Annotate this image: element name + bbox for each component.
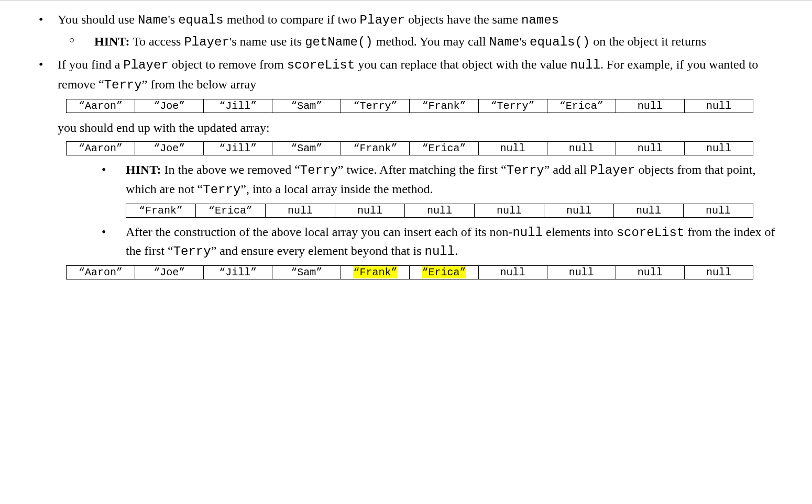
array-cell: null [684, 204, 753, 217]
bullet-item: You should use Name's equals method to c… [31, 10, 781, 52]
text: elements into [543, 225, 617, 239]
text: method to compare if two [224, 13, 360, 26]
code-text: scoreList [617, 226, 685, 240]
sub-list: HINT: To access Player's name use its ge… [58, 32, 781, 52]
code-text: Terry [104, 78, 142, 92]
text: ” add all [544, 163, 590, 176]
array-cell: null [478, 266, 547, 279]
code-text: Terry [173, 244, 211, 259]
code-text: Name [138, 13, 168, 27]
array-table-2: “Aaron”“Joe”“Jill”“Sam”“Frank”“Erica”nul… [66, 141, 753, 155]
code-text: null [570, 58, 600, 72]
array-cell: null [335, 204, 405, 217]
text: ” and ensure every element beyond that i… [211, 244, 425, 257]
array-table-1: “Aaron”“Joe”“Jill”“Sam”“Terry”“Frank”“Te… [66, 99, 753, 113]
array-cell: null [616, 142, 684, 155]
array-cell: null [614, 204, 684, 217]
array-cell: “Frank” [410, 99, 478, 113]
bullet-item: After the construction of the above loca… [31, 223, 781, 262]
text: After the construction of the above loca… [126, 225, 512, 239]
hint-label: HINT: [126, 163, 161, 176]
array-cell: “Jill” [204, 99, 272, 113]
array-cell: null [616, 266, 684, 279]
array-cell: null [547, 266, 616, 279]
code-text: Terry [203, 183, 240, 197]
text: ” twice. After matching the first “ [338, 163, 507, 176]
array-cell: null [266, 204, 335, 217]
text: 's name use its [229, 35, 305, 48]
array-cell: null [475, 204, 544, 217]
text: You should use [58, 13, 138, 26]
array-cell: “Joe” [135, 142, 204, 155]
text: In the above we removed “ [161, 163, 300, 176]
text: objects have the same [405, 13, 521, 26]
array-cell: null [547, 142, 616, 155]
text: ” from the below array [142, 77, 257, 91]
body-text: you should end up with the updated array… [58, 118, 781, 137]
text: If you find a [58, 58, 123, 71]
code-text: Player [123, 58, 168, 72]
text: To access [130, 35, 184, 48]
array-cell: null [544, 204, 614, 217]
array-cell: null [684, 99, 753, 113]
array-cell: “Frank” [341, 266, 410, 279]
array-cell: “Joe” [135, 99, 204, 113]
text: . [455, 244, 458, 257]
code-text: getName() [305, 35, 373, 49]
array-cell: “Jill” [204, 266, 272, 279]
inner-list: HINT: In the above we removed “Terry” tw… [31, 161, 781, 199]
table-row: “Aaron”“Joe”“Jill”“Sam”“Terry”“Frank”“Te… [67, 99, 753, 113]
text: method. You may call [373, 35, 489, 48]
code-text: null [425, 244, 455, 259]
code-text: names [521, 13, 559, 27]
array-cell: “Erica” [196, 204, 266, 217]
array-cell: “Jill” [204, 142, 272, 155]
array-cell: null [616, 99, 684, 113]
array-cell: null [684, 266, 753, 279]
table-row: “Aaron”“Joe”“Jill”“Sam”“Frank”“Erica”nul… [67, 266, 753, 279]
text: 's [519, 35, 530, 48]
code-text: Player [360, 13, 405, 27]
code-text: Terry [507, 163, 544, 177]
bullet-item: If you find a Player object to remove fr… [31, 55, 781, 95]
array-cell: “Frank” [126, 204, 196, 217]
table-row: “Frank”“Erica”nullnullnullnullnullnullnu… [126, 204, 753, 217]
code-text: scoreList [287, 58, 355, 72]
array-table-3: “Frank”“Erica”nullnullnullnullnullnullnu… [126, 204, 753, 218]
hint-label: HINT: [94, 35, 130, 48]
array-cell: “Sam” [272, 142, 341, 155]
array-cell: null [478, 142, 547, 155]
array-cell: “Terry” [341, 99, 410, 113]
array-cell: “Sam” [272, 266, 341, 279]
text: 's [168, 13, 179, 26]
table-row: “Aaron”“Joe”“Jill”“Sam”“Frank”“Erica”nul… [67, 142, 753, 155]
array-cell: “Aaron” [67, 99, 135, 113]
text: object to remove from [169, 58, 287, 71]
text: on the object it returns [590, 35, 706, 48]
text: ”, into a local array inside the method. [240, 182, 433, 196]
array-table-4: “Aaron”“Joe”“Jill”“Sam”“Frank”“Erica”nul… [66, 265, 753, 279]
array-cell: null [405, 204, 475, 217]
array-cell: null [684, 142, 753, 155]
array-cell: “Joe” [135, 266, 204, 279]
sub-bullet-item: HINT: To access Player's name use its ge… [58, 32, 781, 52]
code-text: Terry [300, 163, 338, 177]
code-text: equals() [530, 35, 590, 49]
text: you can replace that object with the val… [355, 58, 570, 71]
outer-list: You should use Name's equals method to c… [31, 10, 781, 95]
code-text: Name [489, 35, 520, 49]
bullet-item: HINT: In the above we removed “Terry” tw… [31, 161, 781, 199]
array-cell: “Terry” [478, 99, 547, 113]
array-cell: “Erica” [547, 99, 616, 113]
inner-list: After the construction of the above loca… [31, 223, 781, 262]
array-cell: “Sam” [272, 99, 341, 113]
code-text: Player [184, 35, 229, 49]
array-cell: “Frank” [341, 142, 410, 155]
array-cell: “Aaron” [67, 142, 135, 155]
array-cell: “Aaron” [67, 266, 135, 279]
code-text: null [512, 226, 543, 240]
code-text: Player [590, 163, 635, 177]
code-text: equals [178, 13, 223, 27]
array-cell: “Erica” [410, 142, 478, 155]
array-cell: “Erica” [410, 266, 478, 279]
